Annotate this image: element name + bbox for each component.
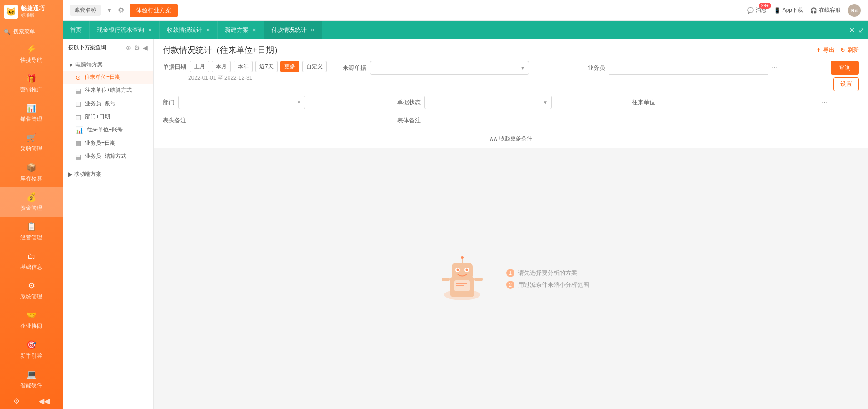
scheme-item-unit-settle[interactable]: ▦ 往来单位+结算方式 [63, 84, 153, 97]
source-select[interactable]: ▼ [370, 61, 529, 75]
tab-payment-stats-close[interactable]: ✕ [206, 27, 210, 33]
sidebar-item-quick-nav[interactable]: ⚡ 快捷导航 [0, 39, 63, 69]
account-name[interactable]: 账套名称 [70, 5, 101, 16]
collapse-label: 收起更多条件 [499, 135, 532, 142]
settings-bottom-icon[interactable]: ⚙ [13, 397, 20, 405]
tab-bank-flow[interactable]: 现金银行流水查询 ✕ [90, 21, 160, 39]
salesperson-input[interactable] [609, 61, 768, 75]
empty-state: 1 请先选择要分析的方案 2 用过滤条件来缩小分析范围 [154, 148, 868, 409]
scheme-item-label: 业务员+日期 [85, 139, 115, 147]
dept-dropdown-arrow: ▼ [297, 100, 301, 105]
sidebar-item-guide[interactable]: 🎯 新手引导 [0, 335, 63, 364]
main-area: 账套名称 ▼ ⚙ 体验行业方案 💬 消息 99+ 📱 App下载 🎧 在线客服 … [63, 0, 868, 409]
online-service-item[interactable]: 🎧 在线客服 [810, 6, 841, 14]
inventory-icon: 📦 [26, 162, 37, 173]
sidebar-item-label: 智能硬件 [20, 382, 42, 389]
tab-payment-stats2-close[interactable]: ✕ [310, 27, 314, 33]
scheme-item-dept-date[interactable]: ▦ 部门+日期 [63, 110, 153, 123]
scheme-item-staff-settle[interactable]: ▦ 业务员+结算方式 [63, 150, 153, 163]
date-btn-more[interactable]: 更多 [280, 61, 299, 72]
marketing-icon: 🎁 [26, 73, 37, 84]
sidebar-item-purchase[interactable]: 🛒 采购管理 [0, 128, 63, 157]
date-btn-last7[interactable]: 近7天 [255, 61, 278, 72]
mobile-group-title[interactable]: ▶ 移动端方案 [63, 168, 153, 180]
content-area: 付款情况统计（往来单位+日期） ⬆ 导出 ↻ 刷新 [154, 39, 868, 409]
scheme-item-staff-date[interactable]: ▦ 业务员+日期 [63, 136, 153, 150]
tab-payment-stats2[interactable]: 付款情况统计 ✕ [264, 21, 322, 39]
date-btn-last-month[interactable]: 上月 [190, 61, 209, 72]
tab-bank-flow-close[interactable]: ✕ [148, 27, 152, 33]
desktop-group-title[interactable]: ▼ 电脑端方案 [63, 59, 153, 71]
query-btn[interactable]: 查询 [831, 61, 859, 75]
system-icon: ⚙ [26, 280, 37, 291]
scheme-item-icon: ▦ [75, 113, 81, 121]
scheme-item-icon: ▦ [75, 153, 81, 160]
refresh-label: 刷新 [847, 46, 859, 54]
desktop-group-label: 电脑端方案 [75, 61, 103, 69]
date-btn-custom[interactable]: 自定义 [302, 61, 327, 72]
fullscreen-icon[interactable]: ⤢ [858, 26, 864, 35]
scheme-add-btn[interactable]: ⊕ [126, 44, 131, 51]
sidebar-item-sales[interactable]: 📊 销售管理 [0, 98, 63, 128]
sidebar-item-basic[interactable]: 🗂 基础信息 [0, 246, 63, 276]
scheme-settings-btn[interactable]: ⚙ [134, 44, 140, 51]
sidebar-item-marketing[interactable]: 🎁 营销推广 [0, 69, 63, 98]
export-btn[interactable]: ⬆ 导出 [816, 46, 835, 54]
salesperson-dots[interactable]: ··· [772, 64, 778, 72]
scheme-item-staff-account[interactable]: ▦ 业务员+账号 [63, 97, 153, 110]
source-label: 来源单据 [343, 64, 366, 72]
bill-status-label: 单据状态 [397, 98, 421, 106]
sidebar-item-finance[interactable]: 💰 资金管理 [0, 187, 63, 217]
sidebar-item-system[interactable]: ⚙ 系统管理 [0, 276, 63, 305]
account-dropdown-icon[interactable]: ▼ [106, 7, 112, 14]
empty-step1: 1 请先选择要分析的方案 [506, 269, 589, 277]
online-service-label: 在线客服 [819, 6, 841, 14]
tab-new-scheme-close[interactable]: ✕ [252, 27, 256, 33]
body-note-label: 表体备注 [397, 116, 421, 125]
head-note-label: 表头备注 [163, 116, 186, 125]
refresh-btn[interactable]: ↻ 刷新 [840, 46, 859, 54]
sidebar-item-label: 基础信息 [20, 263, 42, 271]
trial-btn[interactable]: 体验行业方案 [130, 4, 178, 17]
dept-select[interactable]: ▼ [178, 96, 305, 109]
sidebar-item-label: 快捷导航 [20, 56, 42, 64]
counterpart-input[interactable] [659, 96, 818, 109]
sidebar-item-business[interactable]: 📋 经营管理 [0, 217, 63, 246]
counterpart-dots[interactable]: ··· [822, 98, 828, 106]
tab-new-scheme-label: 新建方案 [225, 26, 249, 34]
mobile-scheme-group: ▶ 移动端方案 [63, 166, 153, 182]
scheme-item-icon: 📊 [75, 126, 83, 134]
date-btn-this-month[interactable]: 本月 [212, 61, 231, 72]
close-all-tabs-icon[interactable]: ✕ [849, 26, 855, 35]
sidebar-search[interactable]: 🔍 搜索菜单 [0, 24, 63, 39]
bill-status-select[interactable]: ▼ [424, 96, 552, 109]
tab-new-scheme[interactable]: 新建方案 ✕ [218, 21, 264, 39]
app-download-item[interactable]: 📱 App下载 [774, 6, 803, 14]
desktop-scheme-group: ▼ 电脑端方案 ⊙ 往来单位+日期 ▦ 往来单位+结算方式 ▦ 业务员+账号 ▦ [63, 56, 153, 166]
topbar-settings-icon[interactable]: ⚙ [118, 6, 124, 15]
page-title: 付款情况统计（往来单位+日期） [163, 45, 282, 56]
sidebar-item-hardware[interactable]: 💻 智能硬件 [0, 364, 63, 393]
scheme-item-unit-date[interactable]: ⊙ 往来单位+日期 [63, 71, 153, 84]
head-note-input[interactable] [190, 114, 349, 127]
sidebar-bottom: ⚙ ◀◀ [0, 393, 63, 409]
svg-point-6 [466, 268, 468, 271]
scheme-item-label: 往来单位+账号 [87, 126, 123, 134]
scheme-item-unit-account[interactable]: 📊 往来单位+账号 [63, 123, 153, 136]
user-avatar[interactable]: Rit [848, 4, 861, 17]
tab-home[interactable]: 首页 [63, 21, 90, 39]
export-icon: ⬆ [816, 47, 821, 54]
sidebar-item-collab[interactable]: 🤝 企业协同 [0, 305, 63, 335]
filter-settings-btn[interactable]: 设置 [833, 77, 859, 91]
collapse-filters-btn[interactable]: ∧∧ 收起更多条件 [489, 135, 532, 142]
messages-item[interactable]: 💬 消息 99+ [747, 6, 767, 14]
collapse-sidebar-icon[interactable]: ◀◀ [39, 397, 50, 405]
sidebar-item-inventory[interactable]: 📦 库存核算 [0, 157, 63, 187]
date-btn-this-year[interactable]: 本年 [234, 61, 253, 72]
hardware-icon: 💻 [26, 369, 37, 380]
purchase-icon: 🛒 [26, 132, 37, 143]
scheme-collapse-btn[interactable]: ◀ [143, 44, 148, 51]
scheme-item-icon: ▦ [75, 100, 81, 107]
tab-payment-stats[interactable]: 收款情况统计 ✕ [160, 21, 218, 39]
body-note-input[interactable] [424, 114, 584, 127]
